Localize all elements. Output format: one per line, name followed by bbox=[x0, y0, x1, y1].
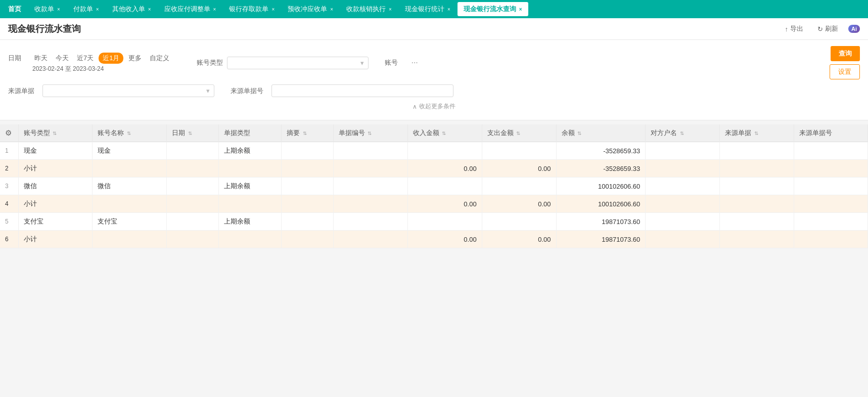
source-doc-no-cell bbox=[794, 178, 868, 195]
refresh-label: 刷新 bbox=[825, 24, 838, 33]
col-income[interactable]: 收入金额 ⇅ bbox=[407, 124, 482, 142]
date-range-display: 2023-02-24 至 2023-03-24 bbox=[32, 65, 104, 72]
col-date[interactable]: 日期 ⇅ bbox=[167, 124, 219, 142]
expense-cell bbox=[482, 213, 556, 231]
row-num: 4 bbox=[0, 195, 18, 213]
date-label: 日期 bbox=[8, 54, 28, 63]
counterparty-cell bbox=[646, 160, 720, 178]
nav-tab-advance-close[interactable]: × bbox=[330, 7, 333, 12]
col-doc-no[interactable]: 单据编号 ⇅ bbox=[333, 124, 407, 142]
source-doc-no-cell bbox=[794, 213, 868, 231]
nav-tab-arap-adjust[interactable]: 应收应付调整单 × bbox=[158, 2, 222, 16]
nav-tab-bank-deposit-close[interactable]: × bbox=[271, 7, 275, 12]
col-source-doc-no[interactable]: 来源单据号 bbox=[794, 124, 868, 142]
nav-tab-arap-adjust-label: 应收应付调整单 bbox=[164, 5, 210, 14]
doc-type-cell bbox=[219, 195, 282, 213]
account-dots[interactable]: ··· bbox=[409, 58, 420, 67]
nav-tab-advance-label: 预收冲应收单 bbox=[288, 5, 327, 14]
income-cell bbox=[407, 178, 482, 195]
doc-no-cell bbox=[333, 178, 407, 195]
counterparty-cell bbox=[646, 213, 720, 231]
collapse-label: 收起更多条件 bbox=[419, 102, 455, 111]
source-doc-no-input[interactable] bbox=[271, 84, 453, 97]
page-title: 现金银行流水查询 bbox=[8, 23, 81, 35]
date-yesterday[interactable]: 昨天 bbox=[31, 53, 51, 64]
date-cell bbox=[167, 142, 219, 160]
account-type-cell: 小计 bbox=[18, 160, 93, 178]
nav-tab-receipts[interactable]: 收款单 × bbox=[28, 2, 66, 16]
doc-no-cell bbox=[333, 160, 407, 178]
nav-home[interactable]: 首页 bbox=[2, 2, 27, 16]
nav-tab-stats-close[interactable]: × bbox=[447, 7, 450, 12]
nav-tab-other-income-close[interactable]: × bbox=[148, 7, 151, 12]
nav-tab-arap-adjust-close[interactable]: × bbox=[213, 7, 216, 12]
account-type-cell: 微信 bbox=[18, 178, 93, 195]
query-button[interactable]: 查询 bbox=[831, 46, 860, 61]
account-type-cell: 现金 bbox=[18, 142, 93, 160]
balance-cell: -3528659.33 bbox=[556, 142, 646, 160]
collapse-button[interactable]: ∧ 收起更多条件 bbox=[8, 99, 860, 114]
summary-cell bbox=[281, 178, 333, 195]
summary-cell bbox=[281, 195, 333, 213]
balance-cell: -3528659.33 bbox=[556, 160, 646, 178]
counterparty-cell bbox=[646, 178, 720, 195]
col-doc-type[interactable]: 单据类型 bbox=[219, 124, 282, 142]
balance-cell: 100102606.60 bbox=[556, 178, 646, 195]
col-counterparty[interactable]: 对方户名 ⇅ bbox=[646, 124, 720, 142]
refresh-button[interactable]: ↻ 刷新 bbox=[813, 22, 842, 35]
income-cell: 0.00 bbox=[407, 231, 482, 248]
date-cell bbox=[167, 160, 219, 178]
row-num: 1 bbox=[0, 142, 18, 160]
table-row: 3微信微信上期余额100102606.60 bbox=[0, 178, 868, 195]
nav-tab-payments-label: 付款单 bbox=[73, 5, 93, 14]
nav-tab-receipts-close[interactable]: × bbox=[57, 7, 60, 12]
col-balance[interactable]: 余额 ⇅ bbox=[556, 124, 646, 142]
nav-tab-other-income[interactable]: 其他收入单 × bbox=[106, 2, 157, 16]
source-doc-chevron-icon: ▾ bbox=[206, 87, 210, 95]
table-settings-icon[interactable]: ⚙ bbox=[5, 128, 12, 137]
date-custom[interactable]: 自定义 bbox=[147, 53, 172, 64]
filter-row-date: 日期 昨天 今天 近7天 近1月 更多 自定义 2023-02-24 至 202… bbox=[8, 46, 860, 79]
export-button[interactable]: ↑ 导出 bbox=[781, 22, 808, 35]
nav-tab-bank-deposit[interactable]: 银行存取款单 × bbox=[223, 2, 281, 16]
source-doc-select[interactable]: ▾ bbox=[42, 84, 214, 97]
source-doc-cell bbox=[720, 142, 794, 160]
date-more[interactable]: 更多 bbox=[125, 53, 145, 64]
nav-tab-verify-close[interactable]: × bbox=[389, 7, 392, 12]
table-row: 4小计0.000.00100102606.60 bbox=[0, 195, 868, 213]
expense-cell bbox=[482, 142, 556, 160]
data-table: ⚙ 账号类型 ⇅ 账号名称 ⇅ 日期 ⇅ 单据类型 摘要 ⇅ 单据编号 ⇅ 收入… bbox=[0, 124, 868, 248]
account-type-cell: 支付宝 bbox=[18, 213, 93, 231]
counterparty-cell bbox=[646, 142, 720, 160]
col-expense[interactable]: 支出金额 ⇅ bbox=[482, 124, 556, 142]
export-icon: ↑ bbox=[785, 25, 789, 33]
doc-type-cell: 上期余额 bbox=[219, 213, 282, 231]
source-doc-cell bbox=[720, 231, 794, 248]
nav-tab-payments[interactable]: 付款单 × bbox=[67, 2, 105, 16]
nav-tab-stats[interactable]: 现金银行统计 × bbox=[399, 2, 456, 16]
nav-tab-flow-close[interactable]: × bbox=[519, 7, 522, 12]
table-row: 2小计0.000.00-3528659.33 bbox=[0, 160, 868, 178]
income-cell: 0.00 bbox=[407, 195, 482, 213]
date-7days[interactable]: 近7天 bbox=[74, 53, 97, 64]
account-type-select[interactable]: ▾ bbox=[227, 57, 369, 69]
col-source-doc[interactable]: 来源单据 ⇅ bbox=[720, 124, 794, 142]
source-doc-no-cell bbox=[794, 142, 868, 160]
col-account-name[interactable]: 账号名称 ⇅ bbox=[93, 124, 167, 142]
nav-tab-advance[interactable]: 预收冲应收单 × bbox=[282, 2, 339, 16]
balance-cell: 100102606.60 bbox=[556, 195, 646, 213]
col-account-type[interactable]: 账号类型 ⇅ bbox=[18, 124, 93, 142]
balance-cell: 19871073.60 bbox=[556, 213, 646, 231]
settings-button[interactable]: 设置 bbox=[830, 64, 860, 79]
source-doc-cell bbox=[720, 178, 794, 195]
table-header-row: ⚙ 账号类型 ⇅ 账号名称 ⇅ 日期 ⇅ 单据类型 摘要 ⇅ 单据编号 ⇅ 收入… bbox=[0, 124, 868, 142]
date-today[interactable]: 今天 bbox=[53, 53, 72, 64]
nav-tab-payments-close[interactable]: × bbox=[96, 7, 99, 12]
col-summary[interactable]: 摘要 ⇅ bbox=[281, 124, 333, 142]
nav-tab-stats-label: 现金银行统计 bbox=[405, 5, 444, 14]
date-options: 昨天 今天 近7天 近1月 更多 自定义 bbox=[31, 53, 172, 64]
nav-tab-flow[interactable]: 现金银行流水查询 × bbox=[458, 2, 528, 16]
ai-badge[interactable]: Ai bbox=[848, 25, 860, 33]
date-1month[interactable]: 近1月 bbox=[99, 53, 123, 64]
nav-tab-verify[interactable]: 收款核销执行 × bbox=[340, 2, 398, 16]
